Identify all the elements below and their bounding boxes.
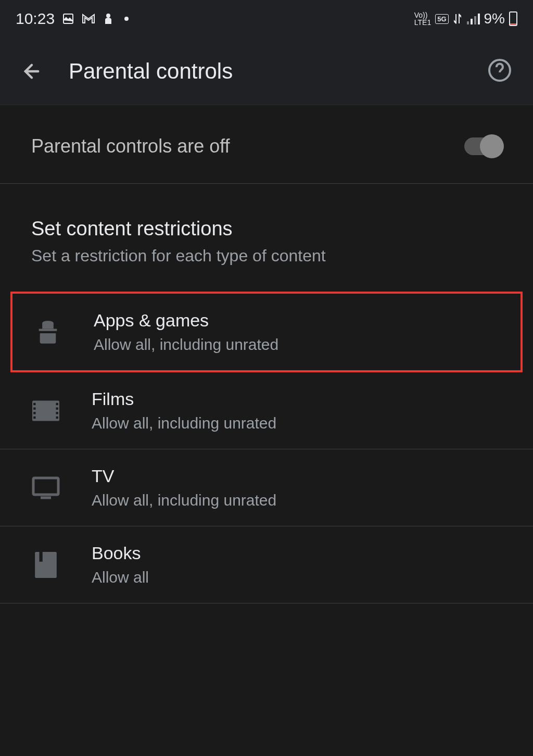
page-title: Parental controls	[69, 59, 461, 84]
signal-strength-icon	[466, 13, 480, 24]
film-icon	[31, 396, 60, 425]
svg-rect-11	[33, 412, 35, 414]
item-text: Apps & games Allow all, including unrate…	[94, 310, 500, 354]
5g-badge: 5G	[435, 14, 448, 24]
status-bar-left: 10:23	[16, 10, 129, 28]
svg-rect-15	[56, 412, 58, 414]
android-icon	[33, 318, 62, 347]
restriction-films[interactable]: Films Allow all, including unrated	[0, 372, 533, 449]
svg-rect-10	[33, 407, 35, 409]
svg-rect-19	[40, 552, 43, 562]
status-time: 10:23	[16, 10, 55, 28]
network-label: Vo)) LTE1	[414, 11, 431, 26]
tv-icon	[31, 473, 60, 502]
svg-rect-12	[33, 416, 35, 418]
section-title: Set content restrictions	[31, 218, 502, 240]
item-subtitle: Allow all	[92, 569, 502, 586]
svg-point-1	[106, 14, 110, 18]
svg-rect-14	[56, 407, 58, 409]
app-notification-icon	[103, 12, 114, 25]
item-text: TV Allow all, including unrated	[92, 466, 502, 509]
toggle-label: Parental controls are off	[31, 135, 230, 157]
status-bar: 10:23 Vo)) LTE1 5G 9%	[0, 0, 533, 37]
book-icon	[31, 550, 60, 579]
image-notification-icon	[62, 12, 74, 25]
svg-rect-18	[35, 552, 57, 578]
svg-rect-2	[467, 21, 469, 24]
restriction-books[interactable]: Books Allow all	[0, 526, 533, 603]
item-subtitle: Allow all, including unrated	[92, 414, 502, 432]
restriction-apps-games[interactable]: Apps & games Allow all, including unrate…	[10, 292, 523, 372]
battery-icon	[509, 11, 517, 26]
help-button[interactable]	[487, 58, 512, 85]
svg-rect-3	[471, 19, 473, 24]
svg-rect-13	[56, 402, 58, 405]
toggle-knob	[480, 134, 504, 158]
svg-rect-9	[33, 402, 35, 405]
app-header: Parental controls	[0, 37, 533, 105]
toggle-switch[interactable]	[464, 137, 502, 155]
gmail-icon	[82, 14, 95, 24]
svg-rect-5	[478, 14, 480, 24]
more-notifications-dot	[124, 17, 129, 21]
svg-rect-16	[56, 416, 58, 418]
item-subtitle: Allow all, including unrated	[92, 492, 502, 509]
data-arrows-icon	[453, 13, 462, 24]
item-text: Books Allow all	[92, 543, 502, 586]
parental-controls-toggle-row[interactable]: Parental controls are off	[0, 109, 533, 184]
item-title: Apps & games	[94, 310, 500, 331]
section-subtitle: Set a restriction for each type of conte…	[31, 246, 502, 266]
item-text: Films Allow all, including unrated	[92, 389, 502, 432]
restriction-tv[interactable]: TV Allow all, including unrated	[0, 449, 533, 526]
back-button[interactable]	[21, 60, 43, 82]
svg-rect-8	[32, 400, 59, 421]
item-title: Books	[92, 543, 502, 563]
svg-rect-7	[40, 333, 56, 344]
status-bar-right: Vo)) LTE1 5G 9%	[414, 10, 517, 27]
svg-rect-4	[474, 16, 476, 24]
item-subtitle: Allow all, including unrated	[94, 336, 500, 354]
battery-percentage: 9%	[484, 10, 505, 27]
svg-rect-17	[33, 478, 58, 495]
item-title: TV	[92, 466, 502, 486]
item-title: Films	[92, 389, 502, 409]
restrictions-section-header: Set content restrictions Set a restricti…	[0, 184, 533, 281]
